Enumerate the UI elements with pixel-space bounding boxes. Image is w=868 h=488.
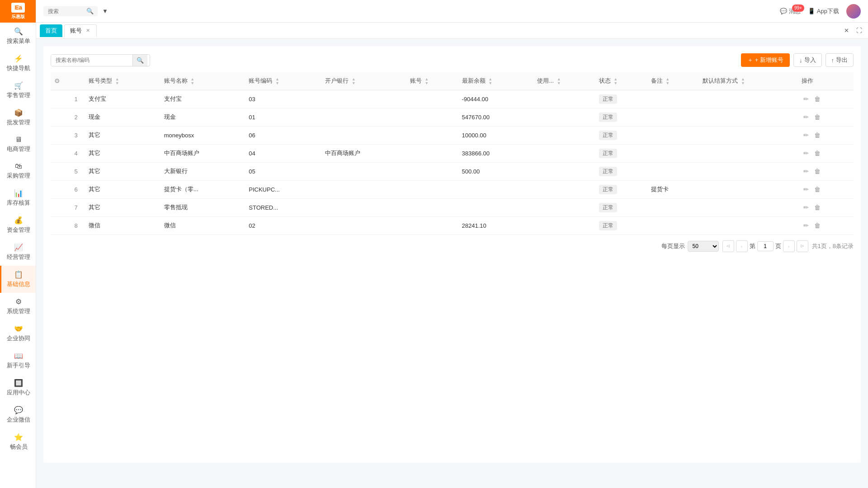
delete-btn[interactable]: 🗑 xyxy=(812,149,822,158)
th-type[interactable]: 账号类型 ▲▼ xyxy=(85,72,160,90)
sidebar-item-label: 电商管理 xyxy=(7,145,30,153)
page-number-input[interactable] xyxy=(757,241,774,251)
account-search-input[interactable] xyxy=(51,55,132,66)
account-search-box[interactable]: 🔍 xyxy=(51,54,150,66)
page-size-selector[interactable]: 每页显示 50 100 200 xyxy=(661,241,719,252)
delete-btn[interactable]: 🗑 xyxy=(812,203,822,212)
edit-btn[interactable]: ✏ xyxy=(802,167,811,176)
row-bank-cell xyxy=(321,162,406,180)
row-settings-cell xyxy=(51,126,67,144)
last-page-btn[interactable]: ⊳ xyxy=(797,240,808,252)
company-agreement-icon: 🤝 xyxy=(14,324,23,333)
delete-btn[interactable]: 🗑 xyxy=(812,221,822,230)
new-account-btn[interactable]: ＋ + 新增账号 xyxy=(741,53,790,67)
th-status[interactable]: 状态 ▲▼ xyxy=(595,72,647,90)
next-page-btn[interactable]: › xyxy=(783,240,795,252)
delete-btn[interactable]: 🗑 xyxy=(812,131,822,140)
topbar-msg-btn[interactable]: 💬 消息 99+ xyxy=(780,7,801,15)
sidebar-item-wholesale-mgmt[interactable]: 📦 批发管理 xyxy=(0,104,36,131)
th-code-label: 账号编码 xyxy=(249,77,272,84)
tab-expand-btn[interactable]: ⛶ xyxy=(854,25,864,36)
prev-page-btn[interactable]: ‹ xyxy=(736,240,748,252)
row-usage-cell xyxy=(533,180,595,198)
topbar-avatar[interactable] xyxy=(846,4,861,19)
topbar-search-box[interactable]: 🔍 xyxy=(43,6,98,16)
sidebar-item-beginner-guide[interactable]: 📖 新手引导 xyxy=(0,347,36,374)
per-page-select[interactable]: 50 100 200 xyxy=(688,241,719,252)
tab-close-btn[interactable]: ✕ xyxy=(85,28,91,34)
tab-home[interactable]: 首页 xyxy=(40,24,62,37)
topbar-search-input[interactable] xyxy=(48,8,84,14)
delete-btn[interactable]: 🗑 xyxy=(812,94,822,103)
sidebar-item-purchase-mgmt[interactable]: 🛍 采购管理 xyxy=(0,158,36,184)
row-action-cell: ✏ 🗑 xyxy=(798,198,854,216)
table-row: 7 其它 零售抵现 STORED... 正常 ✏ 🗑 xyxy=(51,198,854,216)
inventory-icon: 📊 xyxy=(14,189,23,197)
edit-btn[interactable]: ✏ xyxy=(802,149,811,158)
th-default-settle[interactable]: 默认结算方式 ▲▼ xyxy=(699,72,798,90)
import-btn[interactable]: ↓ 导入 xyxy=(793,53,822,67)
row-default-settle-cell xyxy=(699,180,798,198)
row-default-settle-cell xyxy=(699,198,798,216)
row-balance-cell: 500.00 xyxy=(458,162,534,180)
edit-btn[interactable]: ✏ xyxy=(802,94,811,103)
account-search-btn[interactable]: 🔍 xyxy=(132,55,147,66)
row-status-cell: 正常 xyxy=(595,162,647,180)
sidebar-item-label: 基础信息 xyxy=(7,280,30,288)
sort-arrows-default-settle: ▲▼ xyxy=(741,77,745,85)
sidebar-item-retail-mgmt[interactable]: 🛒 零售管理 xyxy=(0,77,36,104)
sidebar-item-finance-mgmt[interactable]: 💰 资金管理 xyxy=(0,211,36,239)
th-code[interactable]: 账号编码 ▲▼ xyxy=(245,72,321,90)
sidebar-item-vip-member[interactable]: ⭐ 畅会员 xyxy=(0,428,36,455)
edit-btn[interactable]: ✏ xyxy=(802,203,811,212)
delete-btn[interactable]: 🗑 xyxy=(812,167,822,176)
row-account-cell xyxy=(406,90,458,108)
edit-btn[interactable]: ✏ xyxy=(802,185,811,194)
row-balance-cell: 28241.10 xyxy=(458,216,534,235)
sidebar-item-system-mgmt[interactable]: ⚙ 系统管理 xyxy=(0,293,36,320)
row-type-cell: 其它 xyxy=(85,198,160,216)
th-settings[interactable]: ⚙ xyxy=(51,72,67,90)
sidebar-item-operations-mgmt[interactable]: 📈 经营管理 xyxy=(0,239,36,266)
sidebar-item-inventory[interactable]: 📊 库存核算 xyxy=(0,184,36,211)
th-remark[interactable]: 备注 ▲▼ xyxy=(647,72,699,90)
sidebar-item-quick-nav[interactable]: ⚡ 快捷导航 xyxy=(0,50,36,77)
tab-close-all-btn[interactable]: ✕ xyxy=(841,25,852,36)
delete-btn[interactable]: 🗑 xyxy=(812,113,822,122)
th-name[interactable]: 账号名称 ▲▼ xyxy=(160,72,245,90)
export-btn[interactable]: ↑ 导出 xyxy=(826,53,854,67)
logo-icon: Ea xyxy=(11,3,25,13)
row-status-cell: 正常 xyxy=(595,198,647,216)
row-num-cell: 8 xyxy=(67,216,85,235)
first-page-btn[interactable]: ⊲ xyxy=(722,240,734,252)
sidebar-item-company-agreement[interactable]: 🤝 企业协同 xyxy=(0,320,36,347)
sort-arrows-code: ▲▼ xyxy=(275,77,279,85)
edit-btn[interactable]: ✏ xyxy=(802,221,811,230)
row-remark-cell: 提货卡 xyxy=(647,180,699,198)
topbar-dropdown[interactable]: ▼ xyxy=(102,8,108,14)
sidebar-item-basic-info[interactable]: 📋 基础信息 xyxy=(0,266,36,293)
status-badge: 正常 xyxy=(599,113,617,122)
row-action-cell: ✏ 🗑 xyxy=(798,126,854,144)
tab-account[interactable]: 账号 ✕ xyxy=(64,24,97,37)
table-row: 6 其它 提货卡（零... PICKUPC... 正常 提货卡 ✏ 🗑 xyxy=(51,180,854,198)
row-settings-cell xyxy=(51,162,67,180)
sidebar-item-ecommerce-mgmt[interactable]: 🖥 电商管理 xyxy=(0,131,36,158)
delete-btn[interactable]: 🗑 xyxy=(812,185,822,194)
edit-btn[interactable]: ✏ xyxy=(802,113,811,122)
th-bank[interactable]: 开户银行 ▲▼ xyxy=(321,72,406,90)
sidebar-item-app-center[interactable]: 🔲 应用中心 xyxy=(0,374,36,401)
row-remark-cell xyxy=(647,144,699,162)
sidebar-item-search-menu[interactable]: 🔍 搜索菜单 xyxy=(0,23,36,50)
table-row: 2 现金 现金 01 547670.00 正常 ✏ 🗑 xyxy=(51,108,854,126)
export-icon: ↑ xyxy=(831,57,835,64)
column-settings-icon[interactable]: ⚙ xyxy=(54,77,60,84)
edit-btn[interactable]: ✏ xyxy=(802,131,811,140)
topbar-app-btn[interactable]: 📱 App下载 xyxy=(808,7,839,15)
th-account[interactable]: 账号 ▲▼ xyxy=(406,72,458,90)
row-action-cell: ✏ 🗑 xyxy=(798,90,854,108)
th-balance[interactable]: 最新余额 ▲▼ xyxy=(458,72,534,90)
row-account-cell xyxy=(406,162,458,180)
th-usage[interactable]: 使用... ▲▼ xyxy=(533,72,595,90)
sidebar-item-enterprise-wechat[interactable]: 💬 企业微信 xyxy=(0,401,36,428)
